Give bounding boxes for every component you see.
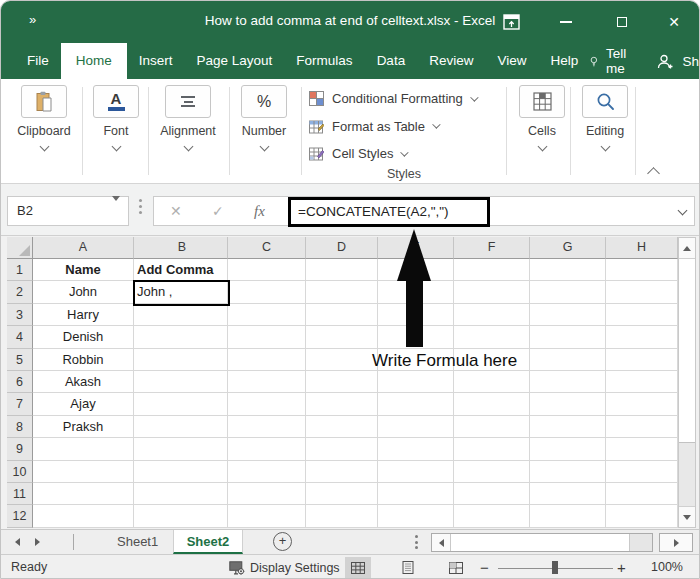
- cell[interactable]: [134, 416, 228, 438]
- column-header-d[interactable]: D: [306, 237, 378, 259]
- collapse-ribbon-chevron-icon[interactable]: [647, 167, 660, 180]
- row-header[interactable]: 10: [7, 461, 33, 483]
- cell[interactable]: [454, 461, 530, 483]
- cell[interactable]: [530, 483, 606, 505]
- cancel-button[interactable]: ✕: [170, 197, 182, 225]
- cell[interactable]: Denish: [33, 326, 134, 348]
- tab-help[interactable]: Help: [538, 43, 590, 79]
- cell[interactable]: [606, 393, 678, 415]
- cell[interactable]: Akash: [33, 371, 134, 393]
- cell[interactable]: Robbin: [33, 349, 134, 371]
- tell-me-button[interactable]: Tell me: [590, 46, 631, 76]
- name-box[interactable]: B2: [7, 196, 129, 226]
- chevron-down-icon[interactable]: [259, 142, 269, 152]
- tab-review[interactable]: Review: [417, 43, 485, 79]
- cell[interactable]: Add Comma: [134, 259, 228, 281]
- conditional-formatting-button[interactable]: Conditional Formatting: [309, 85, 505, 113]
- cell[interactable]: [606, 505, 678, 527]
- display-settings-button[interactable]: Display Settings: [229, 555, 340, 579]
- prev-sheet-icon[interactable]: [15, 538, 20, 546]
- alignment-button[interactable]: [165, 85, 211, 118]
- cell[interactable]: [454, 393, 530, 415]
- row-header[interactable]: 6: [7, 371, 33, 393]
- horizontal-scrollbar-thumb[interactable]: [451, 534, 630, 551]
- minimize-button[interactable]: [551, 9, 581, 35]
- cell[interactable]: [134, 438, 228, 460]
- cell[interactable]: [530, 281, 606, 303]
- cell[interactable]: [606, 483, 678, 505]
- cell[interactable]: [306, 371, 378, 393]
- cell[interactable]: [33, 461, 134, 483]
- cell[interactable]: [606, 371, 678, 393]
- cell[interactable]: [306, 461, 378, 483]
- cell[interactable]: [134, 393, 228, 415]
- cell[interactable]: [454, 326, 530, 348]
- cell[interactable]: [134, 304, 228, 326]
- cell[interactable]: [530, 349, 606, 371]
- cell[interactable]: Ajay: [33, 393, 134, 415]
- chevron-down-icon[interactable]: [183, 142, 193, 152]
- cell[interactable]: [530, 461, 606, 483]
- cell[interactable]: [530, 304, 606, 326]
- font-button[interactable]: A: [93, 85, 139, 118]
- tab-page-layout[interactable]: Page Layout: [185, 43, 285, 79]
- chevron-down-icon[interactable]: [600, 142, 610, 152]
- cell[interactable]: [33, 438, 134, 460]
- cell[interactable]: [134, 326, 228, 348]
- cell[interactable]: [33, 483, 134, 505]
- row-header[interactable]: 5: [7, 349, 33, 371]
- cell[interactable]: Name: [33, 259, 134, 281]
- zoom-in-button[interactable]: +: [617, 555, 626, 579]
- cell[interactable]: [228, 349, 306, 371]
- cell[interactable]: [306, 438, 378, 460]
- cell[interactable]: [228, 281, 306, 303]
- row-header[interactable]: 4: [7, 326, 33, 348]
- column-header-f[interactable]: F: [454, 237, 530, 259]
- page-layout-view-button[interactable]: [395, 557, 421, 578]
- cell[interactable]: [530, 371, 606, 393]
- share-button[interactable]: Share: [657, 54, 700, 69]
- cell[interactable]: [306, 326, 378, 348]
- cell-styles-button[interactable]: Cell Styles: [309, 140, 505, 168]
- insert-function-button[interactable]: fx: [254, 197, 265, 225]
- formula-bar-resize-handle[interactable]: [139, 199, 142, 214]
- cell[interactable]: [228, 461, 306, 483]
- cell[interactable]: [606, 438, 678, 460]
- tab-data[interactable]: Data: [365, 43, 418, 79]
- sheet-tab-sheet1[interactable]: Sheet1: [101, 530, 174, 554]
- chevron-down-icon[interactable]: [537, 142, 547, 152]
- cell[interactable]: [306, 393, 378, 415]
- cell[interactable]: [228, 483, 306, 505]
- tab-formulas[interactable]: Formulas: [284, 43, 364, 79]
- cell[interactable]: [228, 326, 306, 348]
- cell[interactable]: [454, 505, 530, 527]
- scroll-up-button[interactable]: [679, 238, 695, 259]
- row-header[interactable]: 7: [7, 393, 33, 415]
- close-button[interactable]: ✕: [659, 9, 689, 35]
- scroll-left-button[interactable]: [432, 534, 451, 551]
- cell[interactable]: [134, 461, 228, 483]
- vertical-scrollbar-thumb[interactable]: [679, 259, 695, 443]
- scroll-down-button[interactable]: [679, 506, 695, 527]
- column-header-a[interactable]: A: [33, 237, 134, 259]
- cell[interactable]: [378, 461, 454, 483]
- tab-bar-resize-handle[interactable]: [415, 535, 418, 549]
- cell[interactable]: [378, 438, 454, 460]
- column-header-h[interactable]: H: [606, 237, 678, 259]
- number-button[interactable]: %: [241, 85, 287, 118]
- cell[interactable]: Praksh: [33, 416, 134, 438]
- formula-bar-expand-chevron-icon[interactable]: [678, 206, 688, 216]
- cell[interactable]: [228, 505, 306, 527]
- cell[interactable]: [228, 393, 306, 415]
- enter-button[interactable]: ✓: [212, 197, 224, 225]
- horizontal-scrollbar[interactable]: [431, 533, 653, 552]
- cell[interactable]: [606, 349, 678, 371]
- cell[interactable]: [378, 371, 454, 393]
- cell[interactable]: [530, 326, 606, 348]
- cells-button[interactable]: [519, 85, 565, 118]
- selected-cell[interactable]: John ,: [134, 281, 228, 303]
- cell[interactable]: [530, 393, 606, 415]
- cell[interactable]: [306, 505, 378, 527]
- row-header[interactable]: 8: [7, 416, 33, 438]
- cell[interactable]: [530, 505, 606, 527]
